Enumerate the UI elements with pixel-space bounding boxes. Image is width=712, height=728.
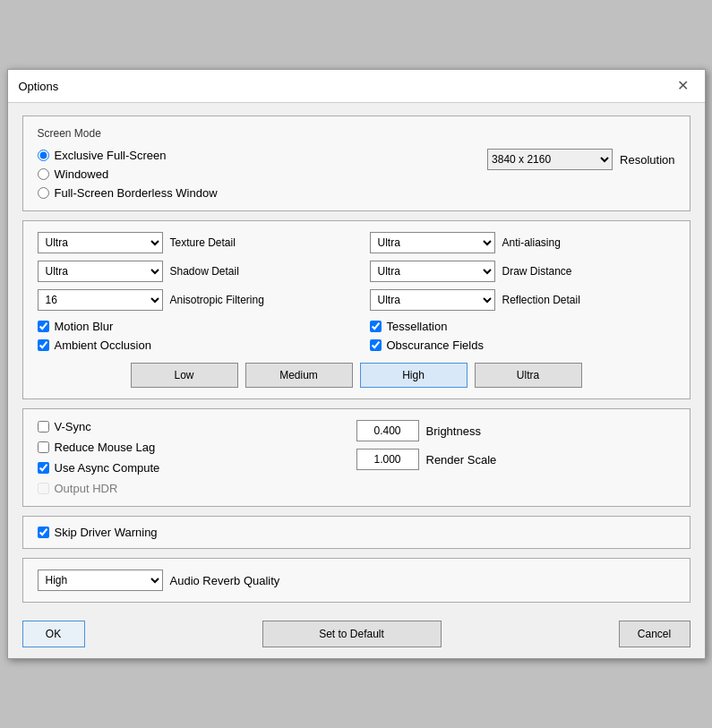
perf-left: V-Sync Reduce Mouse Lag Use Async Comput… bbox=[38, 420, 356, 495]
obscurance-fields-label: Obscurance Fields bbox=[387, 338, 484, 352]
audio-reverb-label: Audio Reverb Quality bbox=[170, 574, 280, 587]
tessellation-label: Tessellation bbox=[387, 320, 448, 333]
radio-windowed-input[interactable] bbox=[38, 168, 49, 180]
low-quality-button[interactable]: Low bbox=[131, 363, 238, 388]
skip-driver-row: Skip Driver Warning bbox=[38, 526, 158, 539]
close-button[interactable]: ✕ bbox=[672, 77, 694, 95]
render-scale-input[interactable] bbox=[356, 449, 419, 470]
graphics-settings-grid: LowMediumHighUltra Texture Detail LowMed… bbox=[38, 232, 675, 311]
graphics-section: LowMediumHighUltra Texture Detail LowMed… bbox=[22, 220, 691, 399]
texture-detail-row: LowMediumHighUltra Texture Detail bbox=[38, 232, 343, 253]
shadow-detail-row: LowMediumHighUltra Shadow Detail bbox=[38, 261, 343, 282]
high-quality-button[interactable]: High bbox=[360, 363, 468, 388]
async-compute-row: Use Async Compute bbox=[38, 461, 356, 475]
graphics-checkbox-grid: Motion Blur Tessellation Ambient Occlusi… bbox=[38, 320, 675, 352]
reduce-mouse-lag-row: Reduce Mouse Lag bbox=[38, 441, 356, 454]
title-bar: Options ✕ bbox=[8, 70, 705, 103]
screen-mode-section: Screen Mode Exclusive Full-Screen Window… bbox=[22, 116, 691, 211]
anti-aliasing-select[interactable]: LowMediumHighUltra bbox=[370, 232, 495, 253]
resolution-select[interactable]: 1920 x 1080 2560 x 1440 3840 x 2160 bbox=[487, 149, 613, 170]
vsync-checkbox[interactable] bbox=[38, 421, 49, 433]
quality-buttons-group: Low Medium High Ultra bbox=[38, 363, 675, 388]
skip-driver-section: Skip Driver Warning bbox=[22, 516, 691, 549]
texture-detail-label: Texture Detail bbox=[170, 236, 236, 249]
shadow-detail-select[interactable]: LowMediumHighUltra bbox=[38, 261, 163, 282]
reflection-detail-select[interactable]: LowMediumHighUltra bbox=[370, 289, 495, 311]
vsync-label: V-Sync bbox=[55, 420, 91, 433]
options-dialog: Options ✕ Screen Mode Exclusive Full-Scr… bbox=[7, 69, 706, 659]
motion-blur-label: Motion Blur bbox=[55, 320, 114, 333]
radio-borderless: Full-Screen Borderless Window bbox=[38, 186, 218, 200]
ambient-occlusion-row: Ambient Occlusion bbox=[38, 338, 343, 352]
tessellation-checkbox[interactable] bbox=[370, 321, 382, 332]
brightness-row: Brightness bbox=[356, 420, 675, 441]
audio-reverb-select[interactable]: LowMediumHighUltra bbox=[38, 570, 163, 591]
obscurance-fields-checkbox[interactable] bbox=[370, 339, 382, 351]
ultra-quality-button[interactable]: Ultra bbox=[475, 363, 582, 388]
obscurance-fields-row: Obscurance Fields bbox=[370, 338, 675, 352]
resolution-label: Resolution bbox=[620, 153, 674, 167]
skip-driver-checkbox[interactable] bbox=[38, 527, 49, 538]
ambient-occlusion-label: Ambient Occlusion bbox=[55, 338, 151, 352]
dialog-body: Screen Mode Exclusive Full-Screen Window… bbox=[8, 103, 705, 613]
performance-grid: V-Sync Reduce Mouse Lag Use Async Comput… bbox=[38, 420, 675, 495]
output-hdr-label: Output HDR bbox=[55, 482, 118, 495]
anisotropic-select[interactable]: Off24816 bbox=[38, 289, 163, 311]
radio-exclusive-input[interactable] bbox=[38, 150, 49, 161]
reflection-detail-label: Reflection Detail bbox=[502, 294, 580, 306]
anti-aliasing-label: Anti-aliasing bbox=[502, 236, 561, 249]
motion-blur-checkbox[interactable] bbox=[38, 321, 49, 332]
brightness-input[interactable] bbox=[356, 420, 419, 441]
reduce-mouse-lag-checkbox[interactable] bbox=[38, 441, 49, 453]
async-compute-label: Use Async Compute bbox=[55, 461, 160, 475]
screen-mode-label: Screen Mode bbox=[38, 127, 675, 140]
radio-borderless-label: Full-Screen Borderless Window bbox=[55, 186, 218, 200]
reduce-mouse-lag-label: Reduce Mouse Lag bbox=[55, 441, 156, 454]
radio-windowed: Windowed bbox=[38, 167, 218, 181]
anisotropic-label: Anisotropic Filtering bbox=[170, 294, 264, 306]
shadow-detail-label: Shadow Detail bbox=[170, 265, 239, 278]
radio-exclusive: Exclusive Full-Screen bbox=[38, 149, 218, 162]
output-hdr-row: Output HDR bbox=[38, 482, 356, 495]
radio-exclusive-label: Exclusive Full-Screen bbox=[55, 149, 167, 162]
vsync-row: V-Sync bbox=[38, 420, 356, 433]
draw-distance-label: Draw Distance bbox=[502, 265, 572, 278]
resolution-row: 1920 x 1080 2560 x 1440 3840 x 2160 Reso… bbox=[487, 149, 674, 170]
render-scale-label: Render Scale bbox=[426, 453, 497, 467]
audio-reverb-row: LowMediumHighUltra Audio Reverb Quality bbox=[38, 570, 675, 591]
anisotropic-row: Off24816 Anisotropic Filtering bbox=[38, 289, 343, 311]
reflection-detail-row: LowMediumHighUltra Reflection Detail bbox=[370, 289, 675, 311]
dialog-title: Options bbox=[19, 80, 59, 93]
texture-detail-select[interactable]: LowMediumHighUltra bbox=[38, 232, 163, 253]
performance-section: V-Sync Reduce Mouse Lag Use Async Comput… bbox=[22, 408, 691, 507]
draw-distance-row: LowMediumHighUltra Draw Distance bbox=[370, 261, 675, 282]
async-compute-checkbox[interactable] bbox=[38, 462, 49, 474]
brightness-label: Brightness bbox=[426, 424, 481, 438]
output-hdr-checkbox bbox=[38, 483, 49, 494]
screen-mode-radio-group: Exclusive Full-Screen Windowed Full-Scre… bbox=[38, 149, 218, 200]
tessellation-row: Tessellation bbox=[370, 320, 675, 333]
motion-blur-row: Motion Blur bbox=[38, 320, 343, 333]
button-row: OK Set to Default Cancel bbox=[8, 613, 705, 658]
radio-borderless-input[interactable] bbox=[38, 187, 49, 199]
ok-button[interactable]: OK bbox=[22, 621, 85, 647]
radio-windowed-label: Windowed bbox=[55, 167, 109, 181]
render-scale-row: Render Scale bbox=[356, 449, 675, 470]
skip-driver-label: Skip Driver Warning bbox=[55, 526, 158, 539]
medium-quality-button[interactable]: Medium bbox=[245, 363, 353, 388]
ambient-occlusion-checkbox[interactable] bbox=[38, 339, 49, 351]
draw-distance-select[interactable]: LowMediumHighUltra bbox=[370, 261, 495, 282]
cancel-button[interactable]: Cancel bbox=[619, 621, 691, 647]
perf-right: Brightness Render Scale bbox=[356, 420, 675, 495]
set-to-default-button[interactable]: Set to Default bbox=[262, 621, 442, 647]
anti-aliasing-row: LowMediumHighUltra Anti-aliasing bbox=[370, 232, 675, 253]
audio-section: LowMediumHighUltra Audio Reverb Quality bbox=[22, 558, 691, 603]
